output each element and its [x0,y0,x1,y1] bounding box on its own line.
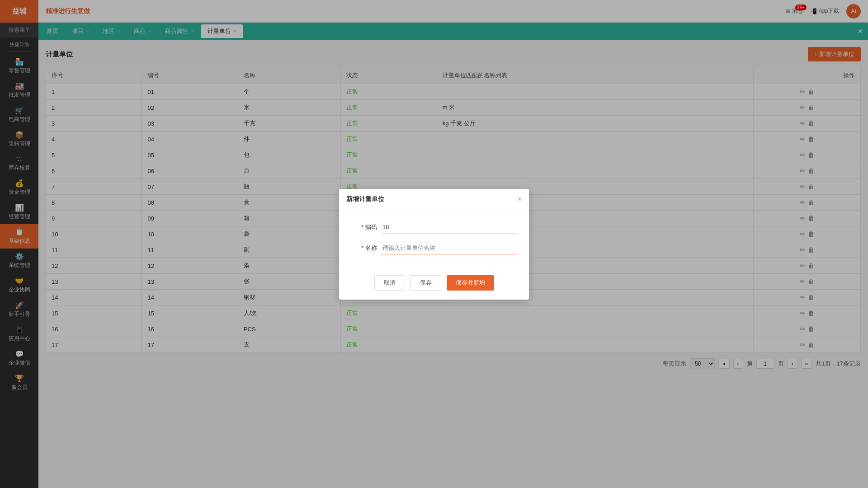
save-button[interactable]: 保存 [410,275,441,291]
form-row-name: * 名称 [350,242,518,254]
modal-header: 新增计量单位 × [339,189,529,210]
modal-title: 新增计量单位 [346,195,384,203]
code-input[interactable] [381,221,518,234]
cancel-button[interactable]: 取消 [374,275,405,291]
save-and-new-button[interactable]: 保存并新增 [447,275,494,291]
modal-close-button[interactable]: × [518,195,522,203]
add-unit-modal: 新增计量单位 × * 编码 * 名称 取消 保存 保存并新增 [339,189,529,300]
modal-footer: 取消 保存 保存并新增 [339,270,529,300]
name-label: * 名称 [350,244,377,252]
name-input[interactable] [381,242,518,254]
form-row-code: * 编码 [350,221,518,234]
modal-overlay[interactable]: 新增计量单位 × * 编码 * 名称 取消 保存 保存并新增 [0,0,868,488]
code-label: * 编码 [350,223,377,231]
modal-body: * 编码 * 名称 [339,210,529,270]
